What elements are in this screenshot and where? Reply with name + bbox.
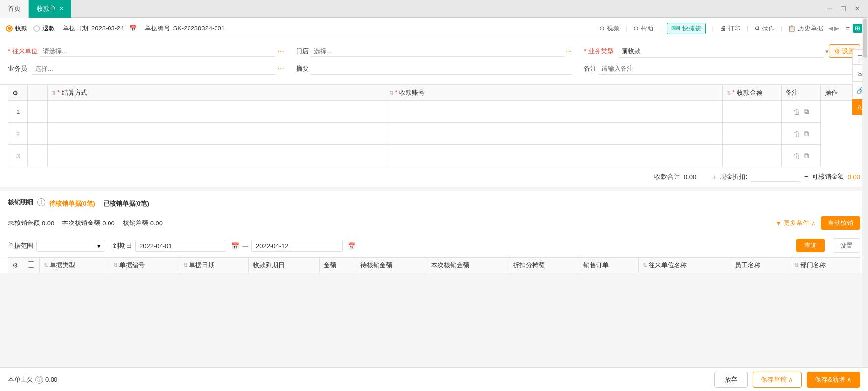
chevron-icon: ∧ — [811, 220, 816, 227]
staff-input[interactable] — [32, 63, 275, 75]
row-2-settlement[interactable] — [28, 123, 48, 145]
filter-settings-button[interactable]: 设置 — [833, 238, 860, 253]
help-action[interactable]: ⊙ 帮助 — [633, 24, 653, 33]
auto-verify-button[interactable]: 自动核销 — [821, 216, 860, 230]
video-action[interactable]: ⊙ 视频 — [599, 24, 620, 33]
total-label: 收款合计 — [654, 172, 680, 181]
btcol-check[interactable] — [24, 258, 40, 273]
row-2-amount[interactable] — [385, 123, 723, 145]
calendar-icon[interactable]: 📅 — [129, 25, 137, 32]
save-new-button[interactable]: 保存&新增 ∧ — [807, 372, 860, 388]
radio-tuikuan[interactable]: 退款 — [33, 24, 55, 33]
tab-current[interactable]: 收款单 × — [29, 0, 71, 18]
business-type-field: * 业务类型 预收款 ▾ ⚙ 设置 — [584, 44, 860, 58]
query-button[interactable]: 查询 — [796, 239, 825, 252]
help-label: 帮助 — [641, 24, 653, 33]
row-1-account[interactable] — [48, 101, 385, 123]
row-3-account-input[interactable] — [48, 145, 385, 167]
row-1-delete-icon[interactable]: 🗑 — [793, 108, 801, 116]
row-2-settlement-input[interactable] — [28, 123, 47, 144]
more-conditions-btn[interactable]: ▼ 更多条件 ∧ — [775, 219, 816, 227]
row-1-settlement-input[interactable] — [28, 101, 47, 122]
number-value: SK-20230324-001 — [173, 25, 225, 32]
equal-sign: = — [804, 173, 808, 181]
row-2-account-input[interactable] — [48, 123, 385, 144]
window-close-button[interactable]: × — [850, 2, 864, 16]
row-3-settlement[interactable] — [28, 145, 48, 167]
row-3-copy-icon[interactable]: ⧉ — [804, 151, 809, 160]
form-row-2: 业务员 ··· 摘要 备注 — [8, 63, 860, 75]
store-more-icon[interactable]: ··· — [566, 47, 572, 56]
row-3-remark-input[interactable] — [723, 145, 781, 167]
prev-arrow[interactable]: ◀ — [828, 25, 833, 32]
shortcut-action[interactable]: ⌨ 快捷键 — [667, 23, 706, 34]
row-2-copy-icon[interactable]: ⧉ — [804, 129, 809, 138]
partner-more-icon[interactable]: ··· — [277, 47, 284, 56]
tab-home[interactable]: 首页 — [0, 0, 29, 18]
row-3-account[interactable] — [48, 145, 385, 167]
store-input[interactable] — [311, 45, 564, 57]
row-1-account-input[interactable] — [48, 101, 385, 122]
row-3-remark[interactable] — [723, 145, 782, 167]
table-settings-col[interactable]: ⚙ — [8, 85, 28, 101]
remark-input[interactable] — [598, 63, 860, 75]
row-1-remark-input[interactable] — [723, 101, 781, 122]
tab-done[interactable]: 已核销单据(0笔) — [103, 199, 149, 208]
save-draft-button[interactable]: 保存草稿 ∧ — [753, 372, 802, 388]
date-label: 单据日期 — [63, 24, 88, 33]
save-new-arrow: ∧ — [847, 376, 852, 383]
date-from-calendar-icon[interactable]: 📅 — [231, 242, 239, 250]
btcol-gear[interactable]: ⚙ — [8, 258, 24, 273]
select-all-checkbox[interactable] — [28, 261, 34, 268]
verification-info-icon[interactable]: i — [37, 198, 45, 206]
list-layout-btn[interactable]: ≡ — [844, 24, 852, 33]
due-date-filter: 到期日 📅 — 📅 — [113, 240, 355, 252]
radio-shoukuan[interactable]: 收款 — [6, 24, 27, 33]
row-1-remark[interactable] — [723, 101, 782, 123]
verification-summary-row: 未核销金额 0.00 本次核销金额 0.00 核销差额 0.00 ▼ 更多条件 … — [0, 212, 868, 234]
scrollbar-thumb[interactable] — [863, 19, 867, 58]
row-2-remark-input[interactable] — [723, 123, 781, 144]
store-label: 门店 — [296, 47, 309, 56]
row-2-account[interactable] — [48, 123, 385, 145]
date-to-input[interactable] — [251, 240, 343, 252]
store-field: 门店 ··· — [296, 45, 572, 57]
row-2-amount-input[interactable] — [385, 123, 723, 144]
grid-layout-btn[interactable]: ⊞ — [853, 24, 862, 33]
memo-label: 摘要 — [296, 64, 309, 73]
remark-label: 备注 — [584, 64, 597, 73]
prev-info-icon[interactable]: ⓘ — [35, 376, 43, 384]
row-3-settlement-input[interactable] — [28, 145, 47, 167]
abandon-button[interactable]: 放弃 — [714, 372, 748, 388]
staff-more-icon[interactable]: ··· — [277, 64, 284, 73]
form-area: * 往来单位 ··· 门店 ··· * 业务类型 预收款 ▾ — [0, 39, 868, 85]
row-3-delete-icon[interactable]: 🗑 — [793, 152, 801, 160]
bottom-table-header: ⚙ 单据类型 单据编号 单据日期 收款到期日 — [8, 258, 860, 273]
print-action[interactable]: 🖨 打印 — [720, 24, 741, 33]
operate-action[interactable]: ⚙ 操作 — [754, 24, 775, 33]
row-1-amount[interactable] — [385, 101, 723, 123]
scrollbar[interactable] — [862, 18, 868, 391]
range-select[interactable]: ▾ — [36, 240, 105, 252]
tab-close-icon[interactable]: × — [60, 5, 63, 12]
row-3-amount-input[interactable] — [385, 145, 723, 167]
minimize-button[interactable]: ─ — [823, 2, 837, 16]
row-2-remark[interactable] — [723, 123, 782, 145]
tab-pending[interactable]: 待核销单据(0笔) — [49, 199, 95, 208]
discount-input[interactable] — [751, 172, 800, 182]
partner-input[interactable] — [40, 45, 276, 57]
nav-arrows: ◀ ▶ — [828, 25, 839, 32]
table-summary: 收款合计 0.00 + 现金折扣: = 可核销金额 0.00 — [0, 167, 868, 187]
row-2-delete-icon[interactable]: 🗑 — [793, 130, 801, 138]
memo-input[interactable] — [311, 63, 572, 75]
row-1-settlement[interactable] — [28, 101, 48, 123]
row-1-amount-input[interactable] — [385, 101, 723, 122]
history-action[interactable]: 📋 历史单据 — [788, 24, 823, 33]
business-dropdown-icon[interactable]: ▾ — [825, 48, 829, 55]
date-to-calendar-icon[interactable]: 📅 — [348, 242, 355, 250]
next-arrow[interactable]: ▶ — [834, 25, 839, 32]
row-1-copy-icon[interactable]: ⧉ — [804, 107, 809, 116]
row-3-amount[interactable] — [385, 145, 723, 167]
date-from-input[interactable] — [135, 240, 226, 252]
maximize-button[interactable]: □ — [837, 2, 850, 16]
